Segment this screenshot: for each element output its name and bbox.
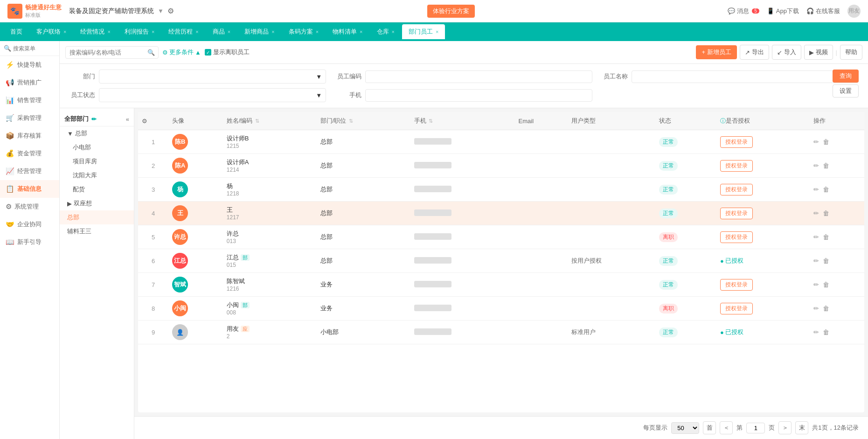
first-page-btn[interactable]: 首 [703, 421, 716, 434]
delete-icon[interactable]: 🗑 [823, 257, 829, 265]
next-page-btn[interactable]: ＞ [778, 421, 792, 434]
phone-input[interactable] [365, 89, 592, 102]
tab-profit[interactable]: 利润报告× [118, 24, 161, 39]
page-number-input[interactable] [746, 423, 765, 433]
add-employee-button[interactable]: + 新增员工 [696, 45, 736, 59]
sidebar-item-marketing[interactable]: 📢 营销推广 [0, 74, 59, 91]
sidebar-item-sales[interactable]: 📊 销售管理 [0, 91, 59, 109]
col-settings[interactable]: ⚙ [138, 112, 168, 130]
delete-icon[interactable]: 🗑 [823, 209, 829, 217]
tab-history[interactable]: 经营历程× [162, 24, 205, 39]
dept-item-double-think[interactable]: ▶ 双座想 [60, 196, 134, 210]
edit-icon[interactable]: ✏ [813, 233, 819, 241]
dept-item-headquarters[interactable]: ▼ 总部 [60, 126, 134, 140]
tab-bom[interactable]: 物料清单× [326, 24, 369, 39]
sidebar-item-inventory[interactable]: 📦 库存核算 [0, 127, 59, 145]
view-button[interactable]: ▶ 视频 [804, 45, 833, 60]
delete-icon[interactable]: 🗑 [823, 138, 829, 146]
col-phone[interactable]: 手机 ⇅ [410, 112, 515, 130]
emp-status-select[interactable]: ▼ [99, 88, 326, 102]
edit-icon[interactable]: ✏ [813, 186, 819, 193]
edit-icon[interactable]: ✏ [813, 305, 819, 312]
dept-item-distribution[interactable]: 配货 [60, 182, 134, 196]
close-icon[interactable]: × [271, 29, 274, 35]
prev-page-btn[interactable]: ＜ [720, 421, 733, 434]
last-page-btn[interactable]: 末 [795, 421, 808, 434]
tab-home[interactable]: 首页 [4, 24, 29, 39]
help-button[interactable]: 帮助 [840, 45, 862, 60]
tab-new-goods[interactable]: 新增商品× [238, 24, 281, 39]
close-icon[interactable]: × [63, 29, 66, 35]
dept-edit-icon[interactable]: ✏ [91, 116, 97, 123]
auth-login-button[interactable]: 授权登录 [720, 184, 753, 195]
search-input[interactable] [65, 46, 159, 59]
tab-operations[interactable]: 经营情况× [74, 24, 117, 39]
app-download-btn[interactable]: 📱 App下载 [767, 7, 799, 15]
sidebar-item-guide[interactable]: 📖 新手引导 [0, 233, 59, 251]
tab-warehouse[interactable]: 仓库× [370, 24, 401, 39]
setting-button[interactable]: 设置 [833, 84, 859, 98]
message-btn[interactable]: 💬 消息 5 [728, 7, 759, 15]
delete-icon[interactable]: 🗑 [823, 186, 829, 193]
edit-icon[interactable]: ✏ [813, 138, 819, 146]
emp-code-input[interactable] [365, 70, 592, 83]
dept-item-project-warehouse[interactable]: 项目库房 [60, 154, 134, 168]
sidebar-item-operations[interactable]: 📈 经营管理 [0, 162, 59, 180]
tab-barcode[interactable]: 条码方案× [282, 24, 325, 39]
show-resigned-checkbox[interactable]: ✓ 显示离职员工 [205, 48, 250, 56]
dept-item-xiao-electric[interactable]: 小电部 [60, 140, 134, 154]
tab-goods[interactable]: 商品× [206, 24, 237, 39]
dept-item-auxiliary-wang[interactable]: 辅料王三 [60, 224, 134, 238]
settings-config-icon[interactable]: ⚙ [167, 7, 174, 15]
cell-email [515, 273, 568, 297]
delete-icon[interactable]: 🗑 [823, 305, 829, 312]
auth-login-button[interactable]: 授权登录 [720, 231, 753, 243]
more-filter-btn[interactable]: ⚙ 更多条件 ▲ [162, 48, 201, 56]
sidebar-item-basic-info[interactable]: 📋 基础信息 [0, 180, 59, 198]
col-dept[interactable]: 部门/职位 ⇅ [317, 112, 410, 130]
delete-icon[interactable]: 🗑 [823, 233, 829, 241]
close-icon[interactable]: × [195, 29, 198, 35]
auth-login-button[interactable]: 授权登录 [720, 208, 753, 219]
auth-login-button[interactable]: 授权登录 [720, 136, 753, 148]
import-button[interactable]: ↙ 导入 [772, 45, 801, 60]
auth-login-button[interactable]: 授权登录 [720, 279, 753, 291]
user-avatar-btn[interactable]: 用友 [847, 5, 861, 18]
close-icon[interactable]: × [436, 29, 438, 35]
page-size-select[interactable]: 50 20 100 [671, 422, 699, 434]
auth-login-button[interactable]: 授权登录 [720, 303, 753, 314]
tab-customer[interactable]: 客户联络× [30, 24, 73, 39]
edit-icon[interactable]: ✏ [813, 257, 819, 265]
delete-icon[interactable]: 🗑 [823, 328, 829, 336]
close-icon[interactable]: × [107, 29, 110, 35]
query-button[interactable]: 查询 [833, 70, 859, 83]
emp-name-input[interactable] [632, 70, 859, 83]
close-icon[interactable]: × [316, 29, 319, 35]
col-name[interactable]: 姓名/编码 ⇅ [223, 112, 317, 130]
edit-icon[interactable]: ✏ [813, 209, 819, 217]
sidebar-item-system[interactable]: ⚙ 系统管理 [0, 198, 59, 216]
dept-select[interactable]: ▼ [99, 70, 326, 84]
close-icon[interactable]: × [228, 29, 230, 35]
sidebar-item-purchase[interactable]: 🛒 采购管理 [0, 109, 59, 127]
tab-department-staff[interactable]: 部门员工× [402, 24, 445, 39]
edit-icon[interactable]: ✏ [813, 328, 819, 336]
edit-icon[interactable]: ✏ [813, 162, 819, 169]
sidebar-item-finance[interactable]: 💰 资金管理 [0, 145, 59, 162]
delete-icon[interactable]: 🗑 [823, 281, 829, 288]
delete-icon[interactable]: 🗑 [823, 162, 829, 169]
dept-item-general-hq[interactable]: 总部 [60, 210, 134, 224]
close-icon[interactable]: × [392, 29, 395, 35]
auth-login-button[interactable]: 授权登录 [720, 160, 753, 172]
export-button[interactable]: ↗ 导出 [740, 45, 769, 60]
sidebar-item-quick-nav[interactable]: ⚡ 快捷导航 [0, 56, 59, 74]
sidebar-item-enterprise[interactable]: 🤝 企业协同 [0, 216, 59, 233]
dept-item-shenyang[interactable]: 沈阳大库 [60, 168, 134, 182]
close-icon[interactable]: × [360, 29, 362, 35]
system-title-arrow[interactable]: ▼ [158, 7, 164, 14]
online-service-btn[interactable]: 🎧 在线客服 [806, 7, 840, 15]
close-icon[interactable]: × [152, 29, 154, 35]
edit-icon[interactable]: ✏ [813, 281, 819, 288]
collapse-icon[interactable]: « [126, 116, 129, 123]
try-industry-button[interactable]: 体验行业方案 [427, 5, 475, 18]
